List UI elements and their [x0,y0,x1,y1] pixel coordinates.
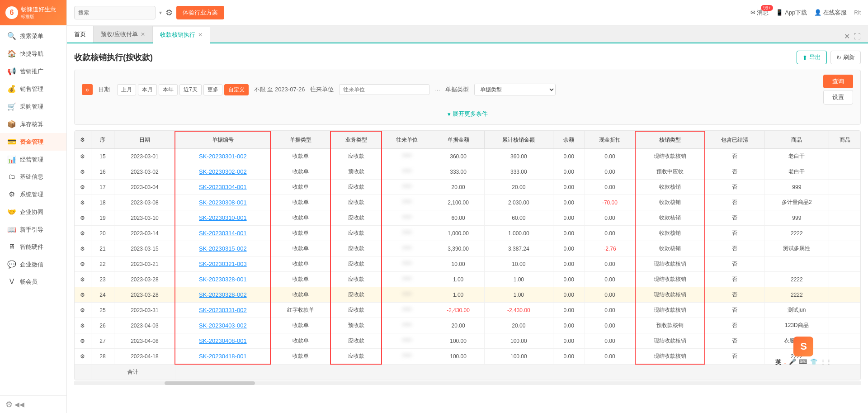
cell-include-settled: 否 [705,180,764,195]
sidebar-item-search[interactable]: 🔍搜索菜单 [0,27,66,45]
tab-close-all-icon[interactable]: ✕ [844,32,850,41]
tab-home[interactable]: 首页 [67,26,94,43]
table-scrollbar-thumb[interactable] [165,381,255,385]
filter-collapse-button[interactable]: » [82,84,93,95]
sidebar-item-guide[interactable]: 📖新手引导 [0,221,66,238]
cell-settings[interactable]: ⚙ [75,164,91,180]
messages-button[interactable]: ✉ 消息 99+ [750,9,769,17]
search-input[interactable] [74,6,156,19]
topbar-gear-icon[interactable]: ⚙ [165,8,173,18]
query-button[interactable]: 查询 [823,75,853,88]
table-scrollbar[interactable] [74,381,861,385]
nav-label-marketing: 营销推广 [20,67,43,76]
voucher-link[interactable]: SK-20230308-001 [199,199,247,206]
voucher-link[interactable]: SK-20230408-001 [199,337,247,344]
cell-date: 2023-03-28 [114,287,175,303]
industry-solution-button[interactable]: 体验行业方案 [176,6,224,19]
sidebar-item-inventory[interactable]: 📦库存核算 [0,115,66,133]
tab-collection-close-icon[interactable]: ✕ [198,32,203,38]
export-button[interactable]: ⬆ 导出 [797,51,827,64]
sidebar-item-sales[interactable]: 💰销售管理 [0,80,66,98]
cell-settings[interactable]: ⚙ [75,287,91,303]
sidebar-item-marketing[interactable]: 📢营销推广 [0,62,66,80]
voucher-link[interactable]: SK-20230321-003 [199,261,247,267]
col-header-settings[interactable]: ⚙ [75,131,91,149]
voucher-link[interactable]: SK-20230301-002 [199,153,247,160]
cell-settings[interactable]: ⚙ [75,149,91,164]
tab-collection[interactable]: 收款核销执行 ✕ [153,27,210,43]
cell-settings[interactable]: ⚙ [75,195,91,210]
table-row: ⚙ 15 2023-03-01 SK-20230301-002 收款单 应收款 … [75,149,860,164]
watermark-shirt-icon[interactable]: 👕 [810,358,817,368]
date-btn-more[interactable]: 更多 [203,84,222,95]
topbar-right: ✉ 消息 99+ 📱 App下载 👤 在线客服 Rit [750,9,861,17]
watermark-mic-icon[interactable]: 🎤 [789,358,796,368]
sidebar-item-finance[interactable]: 💳资金管理 [0,133,66,151]
refresh-button[interactable]: ↻ 刷新 [830,51,861,64]
watermark-english-icon[interactable]: 英 [775,358,781,368]
sidebar-item-basics[interactable]: 🗂基础信息 [0,168,66,185]
search-chevron-icon[interactable]: ▾ [159,9,162,16]
tab-prepay[interactable]: 预收/应收付单 ✕ [94,26,153,43]
cell-settings[interactable]: ⚙ [75,318,91,333]
watermark-icons: 英 · 🎤 ⌨ 👕 ⋮⋮ [775,358,832,368]
voucher-link[interactable]: SK-20230328-001 [199,276,247,283]
nav-label-system: 系统管理 [20,190,43,199]
settings-bottom-icon[interactable]: ⚙ [5,399,13,409]
watermark-keyboard-icon[interactable]: ⌨ [799,358,807,368]
cell-date: 2023-04-08 [114,333,175,349]
expand-conditions-button[interactable]: ▾ 展开更多条件 [448,108,488,120]
col-header-date: 日期 [114,131,175,149]
sidebar-item-wechat[interactable]: 💬企业微信 [0,256,66,273]
cell-total-cancel: 100.00 [484,349,553,365]
counterpart-more-icon[interactable]: ··· [435,86,440,93]
cell-cash-discount: 0.00 [585,272,635,287]
sidebar-item-system[interactable]: ⚙系统管理 [0,185,66,203]
table-body: ⚙ 15 2023-03-01 SK-20230301-002 收款单 应收款 … [75,149,860,380]
cell-settings[interactable]: ⚙ [75,241,91,256]
sidebar-item-operations[interactable]: 📊经营管理 [0,151,66,168]
tab-prepay-close-icon[interactable]: ✕ [141,31,145,38]
date-btn-this-year[interactable]: 本年 [159,84,178,95]
voucher-link[interactable]: SK-20230315-002 [199,245,247,252]
sidebar-item-hardware[interactable]: 🖥智能硬件 [0,238,66,256]
watermark-dot-icon[interactable]: · [784,358,786,368]
date-btn-last-month[interactable]: 上月 [117,84,136,95]
cell-goods2 [829,241,860,256]
sidebar-item-enterprise[interactable]: 🤝企业协同 [0,203,66,221]
online-service-button[interactable]: 👤 在线客服 [814,9,847,17]
sidebar-item-quick[interactable]: 🏠快捷导航 [0,45,66,62]
cell-settings[interactable]: ⚙ [75,333,91,349]
cell-counterpart: **** [382,195,432,210]
cell-settings[interactable]: ⚙ [75,226,91,241]
cell-settings[interactable]: ⚙ [75,210,91,226]
counterpart-input[interactable] [339,84,429,95]
voucher-link[interactable]: SK-20230304-001 [199,184,247,190]
sidebar-item-purchase[interactable]: 🛒采购管理 [0,98,66,115]
voucher-link[interactable]: SK-20230328-002 [199,291,247,298]
voucher-link[interactable]: SK-20230302-002 [199,168,247,175]
cell-settings[interactable]: ⚙ [75,349,91,365]
watermark-grid-icon[interactable]: ⋮⋮ [820,358,832,368]
sidebar-item-member[interactable]: V畅会员 [0,273,66,290]
voucher-link[interactable]: SK-20230403-002 [199,322,247,329]
collapse-icon[interactable]: ◀◀ [14,401,24,408]
voucher-type-filter-label: 单据类型 [445,85,469,94]
voucher-link[interactable]: SK-20230310-001 [199,214,247,221]
date-btn-custom[interactable]: 自定义 [224,84,249,95]
voucher-link[interactable]: SK-20230331-002 [199,307,247,313]
date-btn-last-7days[interactable]: 近7天 [179,84,202,95]
date-btn-this-month[interactable]: 本月 [138,84,157,95]
cell-no: 19 [91,210,114,226]
voucher-type-select[interactable]: 单据类型 [474,84,556,95]
tab-expand-icon[interactable]: ⛶ [854,33,861,41]
setting-button[interactable]: 设置 [823,90,853,104]
cell-settings[interactable]: ⚙ [75,272,91,287]
cell-settings[interactable]: ⚙ [75,180,91,195]
voucher-link[interactable]: SK-20230418-001 [199,353,247,360]
voucher-link[interactable]: SK-20230314-001 [199,230,247,237]
cell-cash-discount: 0.00 [585,210,635,226]
cell-settings[interactable]: ⚙ [75,303,91,318]
app-download-button[interactable]: 📱 App下载 [776,9,807,17]
cell-settings[interactable]: ⚙ [75,256,91,272]
